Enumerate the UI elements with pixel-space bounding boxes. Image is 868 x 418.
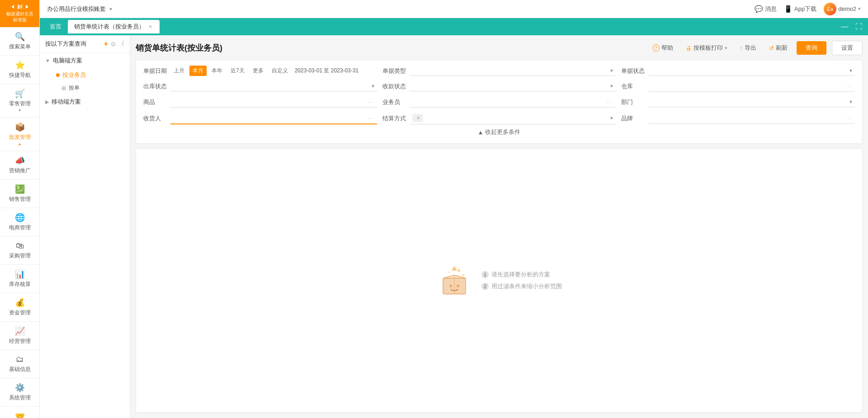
tab-close-icon[interactable]: × bbox=[147, 23, 153, 30]
refresh-icon: ↺ bbox=[769, 45, 774, 52]
sidebar-item-inventory[interactable]: 📊 库存核算 bbox=[0, 265, 39, 293]
date-tag-lastmonth[interactable]: 上月 bbox=[170, 66, 188, 76]
collapse-filter-btn[interactable]: ▲ 收起更多条件 bbox=[143, 126, 855, 138]
filter-warehouse: 仓库 ··· bbox=[621, 81, 855, 92]
print-btn[interactable]: 🖨 按模板打印 ▾ bbox=[682, 42, 731, 54]
account-selector[interactable]: 办公用品行业模拟账套 bbox=[47, 5, 106, 13]
payment-status-input[interactable]: ▾ bbox=[410, 81, 616, 91]
ecommerce-icon: 🌐 bbox=[15, 213, 25, 223]
message-label: 消息 bbox=[765, 5, 777, 13]
out-status-label: 出库状态 bbox=[143, 82, 167, 90]
department-chevron-icon: ▾ bbox=[849, 99, 852, 105]
sidebar-item-system[interactable]: ⚙️ 系统管理 bbox=[0, 378, 39, 407]
out-status-chevron-icon: ▾ bbox=[372, 83, 374, 89]
filter-goods: 商品 ··· bbox=[143, 96, 377, 108]
left-panel-header: 按以下方案查询 + ⊙ 《 bbox=[40, 35, 130, 53]
doc-status-chevron-icon: ▾ bbox=[849, 67, 852, 74]
help-btn[interactable]: ? 帮助 bbox=[649, 42, 677, 54]
finance-icon: 💰 bbox=[15, 298, 25, 308]
filter-brand: 品牌 ··· bbox=[621, 112, 855, 124]
filter-date: 单据日期 上月 本月 本年 近7天 更多 自定义 2023-03-01 至 20… bbox=[143, 66, 377, 76]
scheme-group-desktop[interactable]: ▼ 电脑端方案 bbox=[40, 53, 130, 68]
message-icon: 💬 bbox=[755, 5, 763, 13]
wholesale-expand-icon: ▴ bbox=[19, 141, 21, 146]
date-tag-more[interactable]: 更多 bbox=[250, 66, 267, 76]
add-scheme-btn[interactable]: + bbox=[104, 40, 108, 48]
department-input[interactable]: ▾ bbox=[648, 97, 855, 107]
account-dropdown-icon[interactable]: ▾ bbox=[109, 6, 112, 12]
settlement-label: 结算方式 bbox=[382, 114, 406, 123]
sidebar-item-retail[interactable]: 🛒 零售管理 ▾ bbox=[0, 84, 39, 118]
refresh-btn[interactable]: ↺ 刷新 bbox=[765, 42, 791, 54]
goods-input[interactable]: ··· bbox=[170, 96, 377, 108]
order-icon: ⊞ bbox=[61, 85, 66, 91]
sidebar-item-finance[interactable]: 💰 资金管理 bbox=[0, 293, 39, 322]
date-tag-thisyear[interactable]: 本年 bbox=[208, 66, 226, 76]
sidebar-item-shortcut[interactable]: ⭐ 快捷导航 bbox=[0, 56, 39, 84]
settlement-input[interactable]: × ▾ bbox=[410, 112, 616, 124]
app-logo: 好 畅捷通好生意 标准版 bbox=[0, 0, 40, 27]
sidebar-item-basic[interactable]: 🗂 基础信息 bbox=[0, 350, 39, 378]
receiver-input[interactable]: ··· bbox=[170, 113, 377, 124]
scheme-item-by-order[interactable]: ⊞ 按单 bbox=[45, 82, 130, 94]
sidebar-item-search[interactable]: 🔍 搜索菜单 bbox=[0, 27, 39, 56]
sidebar-item-sales[interactable]: 💹 销售管理 bbox=[0, 180, 39, 208]
doc-status-input[interactable]: ▾ bbox=[648, 66, 855, 76]
settings-scheme-btn[interactable]: ⊙ bbox=[111, 41, 116, 48]
warehouse-input[interactable]: ··· bbox=[648, 81, 855, 92]
filter-receiver: 收货人 ··· bbox=[143, 112, 377, 124]
tab-maximize-icon[interactable]: ⛶ bbox=[854, 21, 864, 33]
retail-expand-icon: ▾ bbox=[19, 108, 21, 113]
filter-department: 部门 ▾ bbox=[621, 96, 855, 108]
scheme-group-expand-icon: ▼ bbox=[45, 58, 50, 63]
scheme-group-label: 电脑端方案 bbox=[53, 57, 82, 65]
sidebar-item-wholesale[interactable]: 📦 批发管理 ▴ bbox=[0, 118, 39, 151]
app-download-btn[interactable]: 📱 App下载 bbox=[784, 5, 816, 13]
tab-home[interactable]: 首页 bbox=[43, 20, 68, 33]
query-button[interactable]: 查询 bbox=[797, 41, 826, 55]
brand-input[interactable]: ··· bbox=[648, 113, 855, 124]
goods-dots-icon: ··· bbox=[368, 98, 374, 105]
scheme-item-by-salesperson[interactable]: 按业务员 bbox=[45, 68, 130, 82]
export-btn[interactable]: ↑ 导出 bbox=[736, 42, 760, 54]
date-tag-thismonth[interactable]: 本月 bbox=[189, 66, 207, 76]
filter-panel: 单据日期 上月 本月 本年 近7天 更多 自定义 2023-03-01 至 20… bbox=[136, 60, 863, 144]
settings-button[interactable]: 设置 bbox=[832, 41, 863, 55]
brand-dots-icon: ··· bbox=[845, 114, 852, 122]
doc-type-label: 单据类型 bbox=[382, 67, 406, 75]
date-range-display: 2023-03-01 至 2023-03-31 bbox=[295, 67, 359, 75]
tab-sales-stat[interactable]: 销货单统计表（按业务员） × bbox=[68, 20, 160, 33]
tab-sales-stat-label: 销货单统计表（按业务员） bbox=[74, 23, 145, 31]
salesperson-input[interactable]: ··· bbox=[410, 96, 616, 108]
collapse-panel-btn[interactable]: 《 bbox=[118, 40, 124, 48]
left-panel: 按以下方案查询 + ⊙ 《 ▼ 电脑端方案 按业务员 ⊞ 按单 bbox=[40, 35, 130, 418]
salesperson-dots-icon: ··· bbox=[607, 98, 613, 105]
filter-payment-status: 收款状态 ▾ bbox=[382, 81, 616, 92]
settlement-tag: × bbox=[412, 114, 423, 122]
sidebar-item-purchase[interactable]: 🛍 采购管理 bbox=[0, 237, 39, 265]
retail-icon: 🛒 bbox=[15, 89, 25, 99]
sidebar-item-ecommerce[interactable]: 🌐 电商管理 bbox=[0, 208, 39, 237]
settlement-tag-remove-btn[interactable]: × bbox=[417, 115, 420, 121]
out-status-input[interactable]: ▾ bbox=[170, 81, 377, 91]
sidebar-item-operations[interactable]: 📈 经营管理 bbox=[0, 322, 39, 350]
date-tag-custom[interactable]: 自定义 bbox=[269, 66, 291, 76]
scheme-group-mobile[interactable]: ▶ 移动端方案 bbox=[40, 94, 130, 109]
logo-icon: 好 bbox=[12, 5, 28, 9]
sidebar-item-marketing[interactable]: 📣 营销推广 bbox=[0, 151, 39, 180]
scheme-group-expand-icon: ▶ bbox=[45, 99, 49, 105]
warehouse-dots-icon: ··· bbox=[845, 82, 852, 90]
sidebar-item-label: 营销推广 bbox=[9, 167, 31, 175]
svg-point-7 bbox=[462, 274, 465, 276]
filter-out-status: 出库状态 ▾ bbox=[143, 81, 377, 92]
user-profile-btn[interactable]: Ea demo2 ▾ bbox=[824, 3, 861, 15]
date-tag-7days[interactable]: 近7天 bbox=[227, 66, 248, 76]
collab-icon: 🤝 bbox=[15, 411, 25, 418]
message-btn[interactable]: 💬 消息 bbox=[755, 5, 777, 13]
system-icon: ⚙️ bbox=[15, 383, 25, 393]
right-content: 销货单统计表(按业务员) ? 帮助 🖨 按模板打印 ▾ ↑ 导出 bbox=[130, 35, 868, 418]
doc-type-input[interactable]: ▾ bbox=[410, 66, 616, 76]
hint-text-1: 请先选择要分析的方案 bbox=[491, 271, 550, 279]
tab-minimize-icon[interactable]: — bbox=[839, 21, 850, 33]
sidebar-item-collab[interactable]: 🤝 企业协同 bbox=[0, 407, 39, 418]
